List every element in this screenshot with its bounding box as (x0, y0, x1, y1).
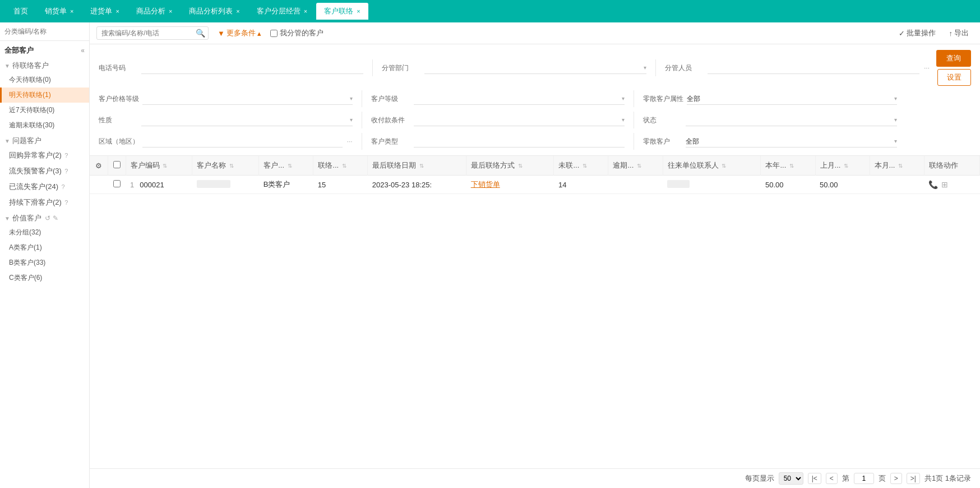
close-icon[interactable]: × (236, 8, 239, 15)
col-contact-count[interactable]: 联络... ⇅ (313, 156, 368, 176)
col-year-amount[interactable]: 本年... ⇅ (761, 156, 815, 176)
row-last-method[interactable]: 下销货单 (466, 176, 554, 194)
all-customers-label: 全部客户 (4, 45, 34, 56)
col-no-contact[interactable]: 未联... ⇅ (554, 156, 608, 176)
phone-action-icon[interactable]: 📞 (928, 180, 938, 189)
select-all-checkbox[interactable] (113, 161, 121, 168)
payment-select[interactable] (414, 114, 621, 126)
my-customers-checkbox[interactable] (270, 30, 278, 37)
close-icon[interactable]: × (115, 8, 119, 15)
col-overdue[interactable]: 逾期... ⇅ (608, 156, 663, 176)
sidebar-item-overdue[interactable]: 逾期未联络(30) (0, 118, 89, 133)
last-method-link[interactable]: 下销货单 (471, 180, 500, 188)
next-page-button[interactable]: > (890, 473, 902, 484)
sidebar-item-lost-warning[interactable]: 流失预警客户(3) ? (0, 163, 89, 179)
search-wrap: 🔍 (96, 26, 209, 40)
customer-level-select[interactable] (414, 93, 621, 104)
region-input[interactable] (142, 136, 343, 148)
chevron-down-icon: ▴ (257, 29, 261, 38)
col-this-month[interactable]: 本月... ⇅ (870, 156, 924, 176)
retail-customer-select[interactable]: 全部 (686, 136, 893, 147)
question-icon[interactable]: ? (61, 183, 64, 190)
sort-icon: ⇅ (419, 163, 424, 169)
sidebar-item-7days[interactable]: 近7天待联络(0) (0, 103, 89, 118)
row-checkbox[interactable] (113, 180, 121, 187)
col-person[interactable]: 往来单位联系人 ⇅ (663, 156, 761, 176)
sidebar-item-lost[interactable]: 已流失客户(24) ? (0, 179, 89, 195)
dept-select[interactable] (424, 62, 642, 73)
value-level-select[interactable] (142, 93, 349, 104)
filter-actions: 查询 设置 (936, 50, 971, 86)
status-field: 状态 ▾ (643, 114, 897, 126)
gender-select[interactable] (141, 114, 349, 126)
person-blurred (667, 180, 690, 188)
customer-type-input[interactable] (414, 136, 625, 148)
more-filters-button[interactable]: ▼ 更多条件 ▴ (213, 26, 266, 40)
sidebar-item-ungrouped[interactable]: 未分组(32) (0, 225, 89, 240)
close-icon[interactable]: × (169, 8, 172, 15)
search-input[interactable] (96, 26, 209, 40)
sidebar-item-today[interactable]: 今天待联络(0) (0, 72, 89, 88)
export-button[interactable]: ↑ 导出 (945, 26, 974, 40)
reset-button[interactable]: 设置 (937, 69, 971, 86)
nav-item-2[interactable]: 商品分析 × (128, 3, 180, 20)
first-page-button[interactable]: |< (808, 473, 821, 484)
phone-label: 电话号码 (99, 63, 138, 73)
grid-action-icon[interactable]: ⊞ (941, 180, 948, 189)
col-action: 联络动作 (924, 156, 979, 176)
sidebar-item-abnormal[interactable]: 回购异常客户(2) ? (0, 148, 89, 163)
sidebar-item-class-a[interactable]: A类客户(1) (0, 240, 89, 255)
separator (362, 90, 362, 107)
refresh-icon[interactable]: ↺ (45, 214, 50, 222)
close-icon[interactable]: × (304, 8, 307, 15)
close-icon[interactable]: × (70, 8, 73, 15)
sidebar-item-tomorrow[interactable]: 明天待联络(1) (0, 88, 89, 103)
close-icon[interactable]: × (357, 8, 360, 15)
phone-input[interactable] (141, 62, 363, 74)
sort-icon: ⇅ (844, 163, 848, 169)
query-button[interactable]: 查询 (936, 50, 971, 67)
col-last-date[interactable]: 最后联络日期 ⇅ (368, 156, 466, 176)
col-settings[interactable]: ⚙ (90, 156, 108, 176)
prev-page-button[interactable]: < (826, 473, 838, 484)
sidebar-group-problem[interactable]: ▼ 问题客户 (0, 133, 89, 148)
status-select[interactable] (686, 114, 893, 126)
value-level-field: 客户价格等级 ▾ (99, 93, 353, 105)
all-customers-header[interactable]: 全部客户 « (0, 41, 89, 58)
last-page-button[interactable]: >| (907, 473, 920, 484)
edit-icon[interactable]: ✎ (53, 214, 58, 222)
status-wrap: ▾ (686, 114, 897, 126)
manager-dots[interactable]: ··· (924, 64, 930, 72)
my-customers-checkbox-wrap[interactable]: 我分管的客户 (270, 28, 323, 38)
question-icon[interactable]: ? (64, 168, 68, 174)
sidebar-group-pending[interactable]: ▼ 待联络客户 (0, 58, 89, 72)
nav-item-0[interactable]: 销货单 × (37, 3, 81, 20)
col-last-method[interactable]: 最后联络方式 ⇅ (466, 156, 554, 176)
retail-attr-select[interactable]: 全部 (687, 93, 893, 104)
nav-item-5[interactable]: 客户联络 × (316, 3, 368, 20)
manager-input[interactable] (708, 62, 919, 74)
question-icon[interactable]: ? (64, 199, 68, 206)
sidebar-item-class-b[interactable]: B类客户(33) (0, 255, 89, 270)
nav-home[interactable]: 首页 (6, 3, 36, 20)
col-last-month[interactable]: 上月... ⇅ (815, 156, 870, 176)
sidebar-group-value[interactable]: ▼ 价值客户 ↺ ✎ (0, 210, 89, 225)
region-dots[interactable]: ··· (347, 137, 353, 145)
sort-icon: ⇅ (163, 163, 167, 169)
page-num-input[interactable] (854, 473, 874, 484)
search-submit-icon[interactable]: 🔍 (196, 29, 205, 38)
batch-op-button[interactable]: ✓ 批量操作 (894, 26, 940, 40)
page-size-label: 每页显示 (745, 473, 774, 484)
question-icon[interactable]: ? (64, 152, 68, 159)
collapse-icon[interactable]: « (81, 47, 85, 54)
col-code[interactable]: 客户编码 ⇅ (126, 156, 192, 176)
nav-item-1[interactable]: 进货单 × (82, 3, 127, 20)
sidebar-item-class-c[interactable]: C类客户(6) (0, 270, 89, 286)
nav-item-4[interactable]: 客户分层经营 × (249, 3, 315, 20)
page-size-select[interactable]: 50 (779, 472, 803, 485)
col-type[interactable]: 客户... ⇅ (259, 156, 313, 176)
sidebar-item-declining[interactable]: 持续下滑客户(2) ? (0, 195, 89, 210)
nav-item-3[interactable]: 商品分析列表 × (181, 3, 247, 20)
sidebar-search-input[interactable] (4, 27, 89, 35)
col-name[interactable]: 客户名称 ⇅ (192, 156, 259, 176)
